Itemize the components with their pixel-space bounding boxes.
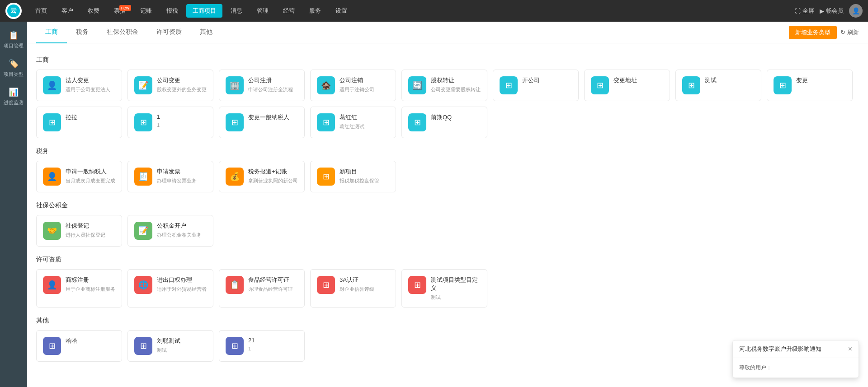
card-icon: 🧾: [134, 168, 152, 186]
nav-item-票据[interactable]: 票据new: [108, 4, 132, 18]
card-葛红红[interactable]: ⊞ 葛红红 葛红红测试: [310, 107, 396, 138]
section-title-许可资质: 许可资质: [36, 256, 859, 264]
card-info: 公司变更 股权变更外的业务变更: [157, 76, 207, 93]
card-icon: ⊞: [226, 337, 244, 355]
notification-body-text: 尊敬的用户：: [739, 364, 772, 371]
card-商标注册[interactable]: 👤 商标注册 用于企业商标注册服务: [36, 269, 122, 308]
card-拉拉[interactable]: ⊞ 拉拉: [36, 107, 122, 138]
card-icon: ⊞: [226, 113, 244, 131]
card-3A认证[interactable]: ⊞ 3A认证 对企业信誉评级: [310, 269, 396, 308]
card-股权转让[interactable]: 🔄 股权转让 公司变更需要股权转让: [401, 70, 487, 101]
refresh-label: 刷新: [847, 28, 859, 37]
card-公司注册[interactable]: 🏢 公司注册 申请公司注册全流程: [219, 70, 305, 101]
card-公积金开户[interactable]: 📝 公积金开户 办理公积金相关业务: [127, 215, 213, 247]
nav-item-首页[interactable]: 首页: [29, 4, 53, 18]
nav-item-收费[interactable]: 收费: [81, 4, 106, 18]
tab-许可资质[interactable]: 许可资质: [147, 22, 191, 43]
card-申请发票[interactable]: 🧾 申请发票 办理申请发票业务: [127, 161, 213, 192]
card-info: 社保登记 进行人员社保登记: [66, 222, 115, 238]
card-info: 新项目 报税加税控盘保管: [340, 168, 389, 184]
card-21[interactable]: ⊞ 21 1: [219, 330, 305, 362]
member-btn[interactable]: ▶ 畅会员: [820, 7, 844, 15]
card-icon: ⊞: [317, 276, 335, 294]
nav-item-经营[interactable]: 经营: [277, 4, 301, 18]
card-icon: 📋: [226, 276, 244, 294]
tab-工商[interactable]: 工商: [36, 22, 67, 43]
avatar-icon: 👤: [852, 7, 860, 14]
card-name: 申请发票: [157, 168, 207, 176]
card-变更一般纳税人[interactable]: ⊞ 变更一般纳税人: [219, 107, 305, 138]
tab-actions: 新增业务类型 ↻ 刷新: [789, 26, 859, 39]
user-avatar[interactable]: 👤: [849, 4, 863, 18]
content-area: 工商 👤 法人变更 适用于公司变更法人 📝 公司变更 股权变更外的业务变更 🏢 …: [27, 43, 868, 380]
card-食品经营许可证[interactable]: 📋 食品经营许可证 办理食品经营许可证: [219, 269, 305, 308]
nav-item-管理[interactable]: 管理: [250, 4, 275, 18]
card-变更地址[interactable]: ⊞ 变更地址: [584, 70, 670, 101]
refresh-button[interactable]: ↻ 刷新: [840, 28, 859, 37]
card-info: 测试项目类型目定义 测试: [431, 276, 481, 301]
card-name: 社保登记: [66, 222, 115, 230]
nav-item-记账[interactable]: 记账: [134, 4, 158, 18]
card-desc: 适用于公司变更法人: [66, 86, 115, 93]
card-icon: 🏚️: [317, 76, 335, 94]
tab-税务[interactable]: 税务: [67, 22, 98, 43]
card-name: 21: [248, 337, 298, 344]
nav-item-服务[interactable]: 服务: [303, 4, 327, 18]
card-刘聪测试[interactable]: ⊞ 刘聪测试 测试: [127, 330, 213, 362]
nav-badge: new: [119, 5, 131, 11]
card-公司注销[interactable]: 🏚️ 公司注销 适用于注销公司: [310, 70, 396, 101]
card-name: 开公司: [522, 76, 572, 84]
card-name: 法人变更: [66, 76, 115, 84]
card-icon: 📝: [134, 76, 152, 94]
card-desc: 1: [248, 345, 298, 352]
nav-item-消息[interactable]: 消息: [224, 4, 249, 18]
card-info: 哈哈: [66, 337, 115, 347]
card-法人变更[interactable]: 👤 法人变更 适用于公司变更法人: [36, 70, 122, 101]
logo-icon: 云: [7, 5, 20, 17]
card-desc: 拿到营业执照的新公司: [248, 177, 298, 184]
card-name: 进出口权办理: [157, 276, 207, 284]
card-变更[interactable]: ⊞ 变更: [767, 70, 853, 101]
card-name: 商标注册: [66, 276, 115, 284]
nav-item-设置[interactable]: 设置: [329, 4, 354, 18]
nav-item-报税[interactable]: 报税: [160, 4, 184, 18]
notification-close-button[interactable]: ×: [848, 345, 852, 353]
new-type-button[interactable]: 新增业务类型: [789, 26, 837, 39]
card-公司变更[interactable]: 📝 公司变更 股权变更外的业务变更: [127, 70, 213, 101]
fullscreen-btn[interactable]: ⛶ 全屏: [795, 7, 814, 15]
card-测试[interactable]: ⊞ 测试: [675, 70, 761, 101]
card-开公司[interactable]: ⊞ 开公司: [493, 70, 579, 101]
card-icon: 🌐: [134, 276, 152, 294]
sidebar-item-项目管理[interactable]: 📋 项目管理: [0, 25, 27, 54]
card-申请一般纳税人[interactable]: 👤 申请一般纳税人 当月或次月成变更完成: [36, 161, 122, 192]
card-icon: ⊞: [408, 113, 426, 131]
tab-其他[interactable]: 其他: [191, 22, 222, 43]
cards-row-工商: 👤 法人变更 适用于公司变更法人 📝 公司变更 股权变更外的业务变更 🏢 公司注…: [36, 70, 859, 138]
card-desc: 适用于对外贸易经营者: [157, 286, 207, 293]
card-info: 股权转让 公司变更需要股权转让: [431, 76, 481, 93]
card-info: 公积金开户 办理公积金相关业务: [157, 222, 207, 238]
card-测试项目类型目定义[interactable]: ⊞ 测试项目类型目定义 测试: [401, 269, 487, 308]
card-desc: 办理食品经营许可证: [248, 286, 298, 293]
card-税务报道+记账[interactable]: 💰 税务报道+记账 拿到营业执照的新公司: [219, 161, 305, 192]
card-1[interactable]: ⊞ 1 1: [127, 107, 213, 138]
card-icon: ⊞: [134, 113, 152, 131]
sidebar-item-项目类型[interactable]: 🏷️ 项目类型: [0, 54, 27, 82]
card-哈哈[interactable]: ⊞ 哈哈: [36, 330, 122, 362]
logo[interactable]: 云: [5, 3, 22, 19]
nav-item-客户[interactable]: 客户: [55, 4, 80, 18]
card-name: 股权转让: [431, 76, 481, 84]
tab-社保公积金[interactable]: 社保公积金: [98, 22, 147, 43]
section-title-税务: 税务: [36, 147, 859, 155]
card-icon: 🔄: [408, 76, 426, 94]
card-社保登记[interactable]: 🤝 社保登记 进行人员社保登记: [36, 215, 122, 247]
nav-item-工商项目[interactable]: 工商项目: [186, 4, 222, 18]
card-前期QQ[interactable]: ⊞ 前期QQ: [401, 107, 487, 138]
card-进出口权办理[interactable]: 🌐 进出口权办理 适用于对外贸易经营者: [127, 269, 213, 308]
card-name: 测试: [705, 76, 755, 84]
card-info: 拉拉: [66, 113, 115, 123]
sidebar-item-进度监测[interactable]: 📊 进度监测: [0, 82, 27, 111]
card-新项目[interactable]: ⊞ 新项目 报税加税控盘保管: [310, 161, 396, 192]
card-desc: 当月或次月成变更完成: [66, 177, 115, 184]
nav-items: 首页客户收费票据new记账报税工商项目消息管理经营服务设置: [29, 4, 795, 18]
